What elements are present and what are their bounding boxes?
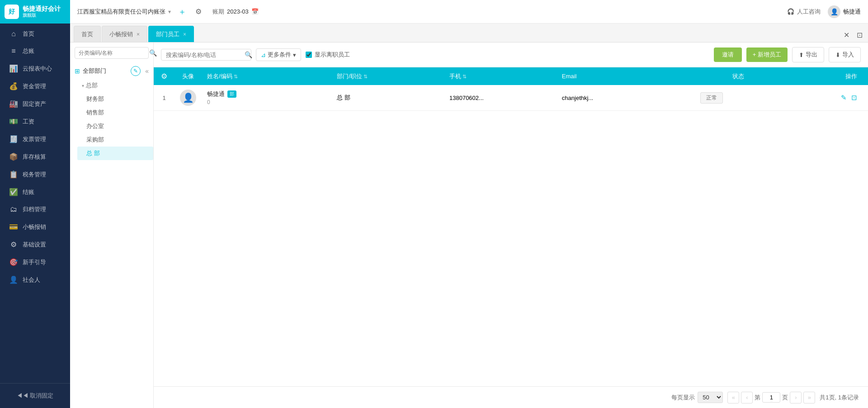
sidebar-item-basic-settings[interactable]: ⚙ 基础设置: [0, 236, 70, 253]
row-email: chanjethkj...: [557, 85, 695, 111]
ledger-icon: ≡: [9, 47, 18, 55]
import-label: 导入: [842, 51, 854, 59]
prev-page-button[interactable]: ‹: [741, 392, 753, 403]
logo-icon: 好: [5, 5, 19, 19]
sidebar-item-invoice[interactable]: 🧾 发票管理: [0, 130, 70, 148]
status-badge: 正常: [700, 92, 723, 104]
close-books-icon: ✅: [9, 188, 18, 196]
dept-search-input[interactable]: [79, 50, 146, 56]
last-page-button[interactable]: »: [803, 392, 815, 403]
sidebar-item-funds[interactable]: 💰 资金管理: [0, 77, 70, 95]
right-panel: 🔍 ⊿ 更多条件 ▾ 显示离职员工 邀请 + 新增员工 ⬆ 导出: [154, 43, 868, 408]
col-status: 状态: [695, 67, 781, 85]
app-logo: 好 畅捷通好会计 旗舰版: [0, 0, 70, 24]
sidebar-item-reports[interactable]: 📊 云报表中心: [0, 60, 70, 77]
reports-icon: 📊: [9, 64, 18, 73]
tab-expense-close-icon[interactable]: ×: [137, 31, 140, 38]
filter-label: 更多条件: [268, 51, 291, 59]
page-number-input[interactable]: [762, 392, 780, 403]
main-area: 江西服宝精品有限责任公司内账张 ▾ ＋ ⚙ 账期 2023-03 📅 🎧 人工咨…: [70, 0, 868, 408]
col-dept[interactable]: 部门/职位: [331, 67, 444, 85]
company-selector[interactable]: 江西服宝精品有限责任公司内账张 ▾: [77, 8, 171, 16]
archive-icon: 🗂: [9, 205, 18, 213]
dept-root-label: ▾ 总部: [77, 79, 153, 92]
dept-item-purchase[interactable]: 采购部: [77, 133, 153, 147]
tab-employees-close-icon[interactable]: ×: [183, 31, 186, 38]
dept-item-hq[interactable]: 总 部: [77, 147, 153, 160]
sidebar-item-close[interactable]: ✅ 结账: [0, 183, 70, 201]
more-employee-button[interactable]: ⊡: [851, 94, 857, 102]
pagination-nav: « ‹ 第 页 › »: [727, 392, 815, 403]
avatar-circle: 👤: [180, 90, 196, 106]
sidebar-item-tax[interactable]: 📋 税务管理: [0, 166, 70, 183]
support-button[interactable]: 🎧 人工咨询: [787, 8, 821, 16]
show-resigned-checkbox[interactable]: [306, 52, 312, 58]
sidebar-item-home[interactable]: ⌂ 首页: [0, 25, 70, 43]
employee-table-container: ⚙ 头像 姓名/编码 部门/职位 手机 Email 状态 操作 1: [154, 67, 868, 386]
avatar: 👤: [828, 5, 840, 18]
invoice-icon: 🧾: [9, 135, 18, 143]
add-company-button[interactable]: ＋: [176, 6, 188, 17]
settings-icon: ⚙: [9, 240, 18, 249]
import-button[interactable]: ⬇ 导入: [829, 47, 861, 62]
home-icon: ⌂: [9, 30, 18, 38]
app-title: 畅捷通好会计: [23, 5, 61, 13]
page-text: 第: [755, 394, 760, 402]
sidebar-bottom: ◀◀ 取消固定: [0, 383, 70, 408]
export-button[interactable]: ⬆ 导出: [792, 47, 824, 62]
tab-close-button[interactable]: ✕: [842, 30, 851, 40]
calendar-icon: 📅: [251, 8, 259, 15]
dept-badge: 部: [227, 90, 236, 98]
col-settings: ⚙: [154, 67, 175, 85]
tab-employees[interactable]: 部门员工 ×: [148, 26, 194, 42]
settings-button[interactable]: ⚙: [193, 7, 203, 16]
sidebar-item-ledger[interactable]: ≡ 总账: [0, 43, 70, 60]
dept-item-finance[interactable]: 财务部: [77, 92, 153, 106]
sidebar-item-guide[interactable]: 🎯 新手引导: [0, 253, 70, 271]
tab-expand-button[interactable]: ⊡: [855, 30, 864, 40]
sidebar-item-social[interactable]: 👤 社会人: [0, 271, 70, 289]
dept-all-row[interactable]: ⊞ 全部部门 ✎ «: [70, 63, 153, 79]
topbar: 江西服宝精品有限责任公司内账张 ▾ ＋ ⚙ 账期 2023-03 📅 🎧 人工咨…: [70, 0, 868, 24]
sidebar-item-salary[interactable]: 💵 工资: [0, 113, 70, 130]
company-name: 江西服宝精品有限责任公司内账张: [77, 8, 165, 16]
page-label: 页: [782, 394, 788, 402]
first-page-button[interactable]: «: [727, 392, 739, 403]
cancel-fixed-button[interactable]: ◀◀ 取消固定: [0, 388, 70, 403]
sidebar-nav: ⌂ 首页 ≡ 总账 📊 云报表中心 💰 资金管理 🏭 固定资产 💵 工资 🧾 发…: [0, 24, 70, 383]
employee-search-icon[interactable]: 🔍: [245, 51, 252, 58]
invite-button[interactable]: 邀请: [714, 47, 742, 62]
page-info: 共1页, 1条记录: [820, 394, 859, 402]
tab-home[interactable]: 首页: [74, 26, 101, 42]
sidebar-item-archive[interactable]: 🗂 归档管理: [0, 201, 70, 218]
row-dept: 总 部: [331, 85, 444, 111]
per-page-select[interactable]: 50 10 20 100: [698, 392, 723, 403]
dept-grid-icon: ⊞: [75, 67, 80, 75]
col-name[interactable]: 姓名/编码: [202, 67, 331, 85]
dept-arrow-icon: ▾: [82, 83, 84, 88]
edit-employee-button[interactable]: ✎: [841, 94, 847, 102]
dept-edit-button[interactable]: ✎: [131, 66, 141, 76]
column-settings-icon[interactable]: ⚙: [161, 72, 167, 80]
employee-table: ⚙ 头像 姓名/编码 部门/职位 手机 Email 状态 操作 1: [154, 67, 868, 111]
tab-expense[interactable]: 小畅报销 ×: [102, 26, 147, 42]
period-selector[interactable]: 账期 2023-03 📅: [212, 8, 259, 16]
sidebar-item-expense[interactable]: 💳 小畅报销: [0, 218, 70, 236]
left-panel: 🔍 ⊞ 全部部门 ✎ « ▾ 总部 财务部 销售部 办公室 采购部 总 部: [70, 43, 154, 408]
sidebar-item-inventory[interactable]: 📦 库存核算: [0, 148, 70, 166]
add-employee-button[interactable]: + 新增员工: [746, 47, 788, 62]
user-menu[interactable]: 👤 畅捷通: [828, 5, 861, 18]
dept-item-office[interactable]: 办公室: [77, 119, 153, 133]
sidebar-item-assets[interactable]: 🏭 固定资产: [0, 95, 70, 113]
dept-item-sales[interactable]: 销售部: [77, 106, 153, 119]
col-phone[interactable]: 手机: [444, 67, 557, 85]
ops-buttons: ✎ ⊡: [787, 94, 857, 102]
dept-collapse-icon[interactable]: «: [145, 67, 149, 75]
employee-search-input[interactable]: [166, 52, 242, 58]
row-name: 畅捷通 部 0: [202, 85, 331, 111]
show-resigned-label: 显示离职员工: [315, 51, 350, 59]
row-status: 正常: [695, 85, 781, 111]
filter-button[interactable]: ⊿ 更多条件 ▾: [256, 48, 301, 61]
tab-expense-label: 小畅报销: [109, 30, 133, 38]
next-page-button[interactable]: ›: [790, 392, 802, 403]
